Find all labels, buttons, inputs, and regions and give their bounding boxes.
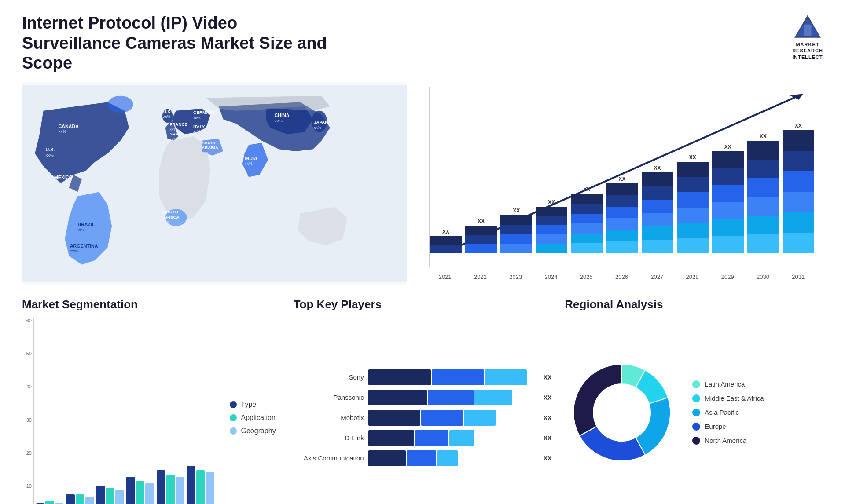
seg-y-label: 10	[26, 483, 32, 489]
svg-text:xx%: xx%	[54, 180, 62, 185]
bar-year-label: 2031	[783, 274, 814, 280]
bar-segment	[500, 215, 532, 225]
bar-segment	[536, 216, 567, 225]
logo-text: MARKET RESEARCH INTELLECT	[792, 41, 823, 60]
players-section: Top Key Players SonyXXPanssonicXXMobotix…	[294, 298, 552, 504]
bar-segment	[783, 171, 814, 192]
legend-item: Type	[230, 401, 276, 409]
bar-segment	[642, 226, 673, 240]
svg-text:xx%: xx%	[193, 116, 201, 120]
seg-y-label: 60	[26, 318, 32, 323]
svg-text:U.K.: U.K.	[163, 109, 172, 113]
bar-chart-area: XXXXXXXXXXXXXXXXXXXXXX	[429, 87, 814, 267]
legend-dot	[230, 427, 237, 435]
legend-label: Application	[241, 414, 276, 422]
bar-segment	[677, 192, 709, 208]
bar-segment	[642, 240, 673, 253]
svg-text:GERMANY: GERMANY	[193, 110, 215, 115]
player-bar-container	[368, 450, 536, 466]
header: Internet Protocol (IP) Video Surveillanc…	[22, 13, 823, 73]
regional-legend-dot	[692, 394, 700, 402]
donut-chart	[565, 355, 679, 470]
regional-legend-label: Asia Pacific	[705, 409, 739, 416]
svg-text:BRAZIL: BRAZIL	[77, 222, 95, 227]
player-value: XX	[544, 435, 552, 442]
player-bar-segment	[368, 390, 427, 405]
seg-bar	[115, 490, 124, 504]
player-bar-segment	[368, 410, 421, 426]
seg-bar	[196, 470, 205, 504]
bar-year-label: 2030	[747, 274, 779, 280]
bar-group: XX	[465, 218, 497, 253]
regional-legend-label: Latin America	[705, 380, 745, 388]
regional-legend-dot	[692, 423, 700, 431]
bar-segment	[747, 160, 779, 179]
regional-legend-item: Latin America	[692, 380, 764, 388]
seg-bar	[66, 494, 74, 504]
seg-bar-group	[96, 486, 124, 504]
bar-segment	[677, 208, 709, 223]
bar-stack	[500, 215, 532, 253]
bar-segment	[606, 183, 638, 195]
player-bar-segment	[368, 450, 406, 466]
bar-segment	[500, 234, 532, 244]
svg-text:xx%: xx%	[275, 118, 283, 123]
bar-segment	[606, 241, 638, 253]
player-value: XX	[544, 455, 552, 462]
svg-text:xx%: xx%	[77, 227, 86, 232]
bar-top-label: XX	[689, 154, 696, 161]
seg-bar	[157, 470, 165, 504]
donut-hole	[594, 385, 650, 440]
seg-bar-group	[126, 477, 154, 504]
svg-text:JAPAN: JAPAN	[314, 120, 328, 124]
bar-segment	[571, 214, 603, 224]
player-bar-container	[368, 410, 536, 426]
seg-bar-group	[36, 501, 63, 504]
player-bar-segment	[421, 410, 463, 426]
seg-chart-area: 605040302010 202120222023202420252026	[22, 318, 217, 504]
svg-text:xx%: xx%	[193, 129, 201, 134]
seg-bar-group	[187, 466, 214, 504]
players-content: SonyXXPanssonicXXMobotixXXD-LinkXXAxis C…	[294, 318, 552, 504]
regional-legend-label: Middle East & Africa	[705, 394, 764, 402]
bar-segment	[747, 197, 779, 216]
bar-segment	[500, 225, 532, 234]
legend-item: Geography	[230, 427, 276, 435]
bar-segment	[712, 219, 744, 237]
bar-segment	[642, 213, 673, 226]
legend-item: Application	[230, 414, 276, 422]
seg-y-label: 40	[26, 384, 32, 389]
bar-year-label: 2028	[676, 274, 708, 280]
bar-group: XX	[747, 133, 779, 253]
bar-group: XX	[783, 123, 814, 253]
bar-group: XX	[571, 186, 603, 253]
svg-text:xx%: xx%	[245, 161, 253, 166]
svg-text:CHINA: CHINA	[275, 113, 290, 118]
player-value: XX	[544, 394, 552, 401]
bar-stack	[783, 130, 814, 253]
svg-text:xx%: xx%	[70, 248, 78, 253]
bar-segment	[571, 223, 603, 234]
player-bar-segment	[415, 430, 448, 446]
bar-year-label: 2027	[641, 274, 673, 280]
seg-bar	[206, 472, 214, 504]
bar-year-label: 2029	[712, 274, 743, 280]
seg-bar	[166, 475, 174, 504]
bar-segment	[783, 233, 814, 253]
bar-stack	[465, 226, 497, 253]
regional-legend-label: Europe	[705, 423, 726, 430]
seg-y-labels: 605040302010	[22, 318, 33, 504]
seg-bar	[45, 501, 54, 504]
svg-text:xx%: xx%	[45, 153, 54, 157]
bar-segment	[747, 141, 779, 160]
regional-section: Regional Analysis Latin AmericaMiddle Ea…	[565, 298, 823, 504]
bar-segment	[465, 226, 497, 235]
player-bar-segment	[474, 390, 512, 405]
bar-segment	[571, 234, 603, 244]
page-title: Internet Protocol (IP) Video Surveillanc…	[22, 13, 330, 73]
bar-segment	[465, 235, 497, 244]
svg-text:U.S.: U.S.	[45, 147, 55, 152]
bar-stack	[747, 141, 779, 253]
bar-segment	[712, 151, 744, 168]
bar-segment	[642, 172, 673, 186]
